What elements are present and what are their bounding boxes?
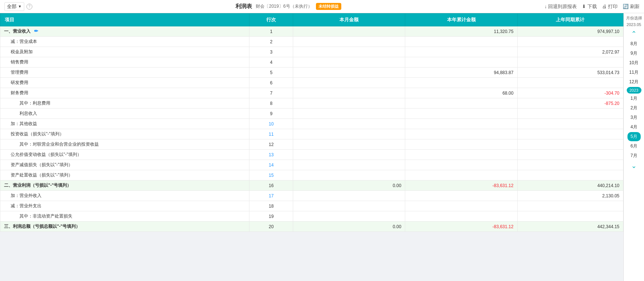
table-row: 财务费用768.00-304.70: [0, 88, 623, 98]
row-number: 13: [249, 150, 293, 160]
cell-month: [293, 211, 405, 222]
cell-month: [293, 150, 405, 160]
month-item[interactable]: 2023: [627, 87, 641, 94]
cell-prev: 2,130.05: [517, 191, 623, 201]
back-button[interactable]: ↓ 回退到原报表: [544, 3, 577, 10]
cell-year: [405, 150, 517, 160]
month-item[interactable]: 1月: [624, 94, 644, 103]
cell-year: [405, 78, 517, 88]
month-item[interactable]: 12月: [624, 77, 644, 87]
month-item[interactable]: 5月: [627, 132, 641, 141]
row-name: 税金及附加: [0, 47, 249, 57]
row-number: 7: [249, 88, 293, 98]
table-row: 研发费用6: [0, 78, 623, 88]
edit-icon[interactable]: ✏: [33, 28, 38, 34]
cell-prev: [517, 160, 623, 170]
row-name: 二、营业利润（亏损以"-"号填列）: [0, 180, 249, 191]
row-number: 14: [249, 160, 293, 170]
row-name: 管理费用: [0, 67, 249, 78]
cell-month: 0.00: [293, 180, 405, 191]
table-row: 其中：非流动资产处置损失19: [0, 211, 623, 222]
month-item[interactable]: 11月: [624, 68, 644, 77]
row-name: 减：营业外支出: [0, 201, 249, 211]
cell-prev: 974,997.10: [517, 26, 623, 37]
col-header-row: 行次: [249, 14, 293, 26]
table-row: 管理费用594,883.87533,014.73: [0, 67, 623, 78]
month-list: 8月9月10月11月12月20231月2月3月4月5月6月7月: [624, 39, 644, 160]
cell-prev: [517, 150, 623, 160]
table-row: 一、营业收入 ✏111,320.75974,997.10: [0, 26, 623, 37]
cell-month: [293, 37, 405, 47]
cell-month: [293, 170, 405, 180]
cell-prev: [517, 129, 623, 139]
row-name: 销售费用: [0, 57, 249, 67]
month-item[interactable]: 7月: [624, 151, 644, 160]
row-name: 投资收益（损失以"-"填列）: [0, 129, 249, 139]
month-item[interactable]: 3月: [624, 113, 644, 122]
row-number: 4: [249, 57, 293, 67]
cell-month: [293, 129, 405, 139]
table-body: 一、营业收入 ✏111,320.75974,997.10减：营业成本2税金及附加…: [0, 26, 623, 232]
cell-year: 68.00: [405, 88, 517, 98]
cell-month: [293, 191, 405, 201]
month-scroll-up[interactable]: ⌃: [630, 28, 638, 39]
cell-prev: [517, 211, 623, 222]
cell-prev: 440,214.10: [517, 180, 623, 191]
row-name: 加：其他收益: [0, 119, 249, 129]
table-row: 资产处置收益（损失以"-"填列）15: [0, 170, 623, 180]
profit-table: 项目 行次 本月金额 本年累计金额 上年同期累计 一、营业收入 ✏111,320…: [0, 13, 623, 232]
download-button[interactable]: ⬇ 下载: [582, 3, 597, 10]
help-icon[interactable]: ?: [26, 4, 32, 10]
month-item[interactable]: 6月: [624, 142, 644, 151]
month-label-year: 2023.05: [627, 22, 641, 27]
month-item[interactable]: 9月: [624, 49, 644, 58]
cell-year: [405, 47, 517, 57]
cell-month: [293, 160, 405, 170]
refresh-button[interactable]: 🔄 刷新: [623, 3, 640, 10]
row-name: 公允价值变动收益（损失以"-"填列）: [0, 150, 249, 160]
page-title: 利润表: [235, 3, 252, 10]
table-row: 二、营业利润（亏损以"-"号填列）160.00-83,631.12440,214…: [0, 180, 623, 191]
cell-prev: [517, 170, 623, 180]
row-name: 其中：非流动资产处置损失: [0, 211, 249, 222]
row-number: 15: [249, 170, 293, 180]
cell-year: [405, 98, 517, 109]
row-number: 10: [249, 119, 293, 129]
table-row: 利息收入9: [0, 109, 623, 119]
table-header-row: 项目 行次 本月金额 本年累计金额 上年同期累计: [0, 14, 623, 26]
month-scroll-down[interactable]: ⌄: [630, 160, 638, 171]
col-header-prev: 上年同期累计: [517, 14, 623, 26]
month-item[interactable]: 10月: [624, 58, 644, 67]
cell-month: [293, 98, 405, 109]
cell-prev: [517, 37, 623, 47]
print-button[interactable]: 🖨 打印: [602, 3, 618, 10]
cell-month: [293, 201, 405, 211]
row-number: 19: [249, 211, 293, 222]
month-item[interactable]: 2月: [624, 103, 644, 113]
cell-year: [405, 170, 517, 180]
month-item[interactable]: 4月: [624, 123, 644, 132]
cell-prev: 442,344.15: [517, 222, 623, 232]
cell-year: -83,631.12: [405, 222, 517, 232]
cell-year: [405, 191, 517, 201]
page-subtitle: 财会〔2019〕6号（未执行）: [256, 3, 312, 10]
cell-prev: [517, 78, 623, 88]
table-row: 其中：对联营企业和合营企业的投资收益12: [0, 139, 623, 150]
table-row: 三、利润总额（亏损总额以"-"号填列）200.00-83,631.12442,3…: [0, 222, 623, 232]
table-row: 减：营业成本2: [0, 37, 623, 47]
cell-month: [293, 57, 405, 67]
cell-month: [293, 119, 405, 129]
sidebar-right: 月份选择 2023.05 ⌃ 8月9月10月11月12月20231月2月3月4月…: [623, 13, 644, 281]
row-name: 三、利润总额（亏损总额以"-"号填列）: [0, 222, 249, 232]
scope-dropdown[interactable]: 全部 ▼: [4, 2, 24, 11]
cell-prev: 533,014.73: [517, 67, 623, 78]
top-bar: 全部 ▼ ? 利润表 财会〔2019〕6号（未执行） 未结转损益 ↓ 回退到原报…: [0, 0, 644, 13]
table-row: 资产减值损失（损失以"-"填列）14: [0, 160, 623, 170]
cell-prev: [517, 57, 623, 67]
cell-month: 0.00: [293, 222, 405, 232]
status-badge: 未结转损益: [316, 3, 341, 10]
table-area: 项目 行次 本月金额 本年累计金额 上年同期累计 一、营业收入 ✏111,320…: [0, 13, 623, 281]
cell-prev: -875.20: [517, 98, 623, 109]
month-item[interactable]: 8月: [624, 39, 644, 48]
cell-prev: [517, 119, 623, 129]
